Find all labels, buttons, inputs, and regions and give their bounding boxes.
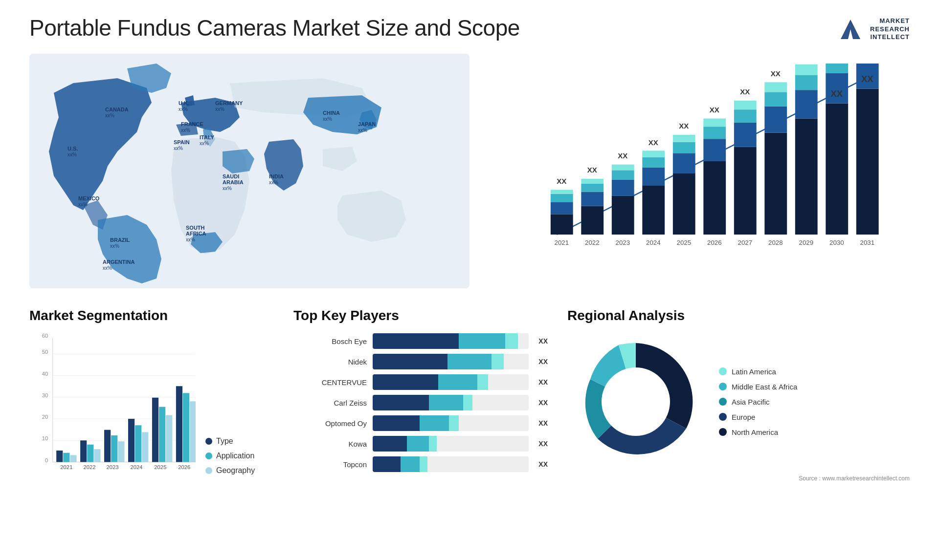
svg-text:ITALY: ITALY xyxy=(200,134,215,140)
player-name: Optomed Oy xyxy=(293,419,367,428)
world-map-svg: CANADA xx% U.S. xx% MEXICO xx% BRAZIL xx… xyxy=(29,54,470,288)
svg-rect-124 xyxy=(111,435,117,462)
svg-rect-53 xyxy=(642,186,665,235)
europe-label: Europe xyxy=(732,413,755,421)
legend-north-america: North America xyxy=(719,428,797,436)
svg-text:JAPAN: JAPAN xyxy=(358,121,376,127)
svg-rect-68 xyxy=(734,147,757,235)
player-name: Bosch Eye xyxy=(293,337,367,345)
svg-rect-74 xyxy=(764,107,787,133)
svg-text:XX: XX xyxy=(648,138,658,147)
segment-legend: Type Application Geography xyxy=(205,437,255,490)
svg-text:xx%: xx% xyxy=(105,113,114,118)
svg-text:2022: 2022 xyxy=(83,464,95,470)
map-container: CANADA xx% U.S. xx% MEXICO xx% BRAZIL xx… xyxy=(29,54,470,288)
svg-rect-135 xyxy=(176,386,182,462)
svg-rect-45 xyxy=(581,184,604,192)
bar-dark xyxy=(373,395,429,410)
svg-rect-83 xyxy=(826,104,848,235)
svg-rect-78 xyxy=(795,119,818,235)
page-container: Portable Fundus Cameras Market Size and … xyxy=(0,0,939,560)
donut-svg xyxy=(567,333,704,470)
svg-rect-44 xyxy=(581,192,604,206)
asia-pacific-label: Asia Pacific xyxy=(732,398,770,406)
player-bar-wrap xyxy=(373,436,529,452)
svg-text:xx%: xx% xyxy=(179,107,188,112)
svg-text:FRANCE: FRANCE xyxy=(181,121,203,127)
svg-rect-71 xyxy=(734,101,757,109)
bottom-section: Market Segmentation 0 10 20 30 40 50 60 xyxy=(29,308,910,542)
player-bar-inner xyxy=(373,333,529,349)
svg-text:30: 30 xyxy=(42,392,48,398)
north-america-dot xyxy=(719,428,727,436)
middle-east-africa-dot xyxy=(719,383,727,390)
header: Portable Fundus Cameras Market Size and … xyxy=(29,15,910,44)
svg-rect-81 xyxy=(795,65,818,75)
application-label: Application xyxy=(216,452,254,460)
player-bar-wrap xyxy=(373,374,529,390)
bar-mid xyxy=(429,395,463,410)
svg-rect-69 xyxy=(734,123,757,147)
svg-text:ARABIA: ARABIA xyxy=(223,179,244,185)
svg-text:BRAZIL: BRAZIL xyxy=(110,237,130,243)
svg-text:xx%: xx% xyxy=(215,107,224,112)
asia-pacific-dot xyxy=(719,398,727,406)
svg-rect-76 xyxy=(764,82,787,92)
player-row: Kowa XX xyxy=(293,436,548,452)
bar-light xyxy=(449,415,458,431)
bar-light xyxy=(463,395,472,410)
legend-type: Type xyxy=(205,437,255,446)
legend-europe: Europe xyxy=(719,413,797,421)
bar-chart-svg: XX XX XX XX xyxy=(499,64,900,259)
svg-text:2024: 2024 xyxy=(646,239,661,246)
svg-text:XX: XX xyxy=(861,74,873,84)
logo-icon xyxy=(836,15,865,44)
bar-dark xyxy=(373,415,420,431)
player-xx: XX xyxy=(538,337,548,345)
bar-light xyxy=(420,456,427,472)
bar-mid xyxy=(420,415,449,431)
type-label: Type xyxy=(216,437,233,446)
svg-rect-60 xyxy=(673,142,695,153)
players-title: Top Key Players xyxy=(293,308,548,323)
svg-rect-86 xyxy=(856,89,879,235)
svg-text:xx%: xx% xyxy=(174,146,183,151)
legend-asia-pacific: Asia Pacific xyxy=(719,398,797,406)
svg-text:2023: 2023 xyxy=(616,239,630,246)
segmentation-section: Market Segmentation 0 10 20 30 40 50 60 xyxy=(29,308,274,542)
svg-text:CHINA: CHINA xyxy=(323,110,340,116)
bar-chart-container: XX XX XX XX xyxy=(489,54,910,288)
top-section: CANADA xx% U.S. xx% MEXICO xx% BRAZIL xx… xyxy=(29,54,910,288)
svg-rect-61 xyxy=(673,135,695,142)
player-xx: XX xyxy=(538,358,548,366)
svg-rect-121 xyxy=(94,449,100,462)
player-row: Nidek XX xyxy=(293,354,548,369)
svg-text:2023: 2023 xyxy=(106,464,118,470)
svg-rect-58 xyxy=(673,173,695,235)
regional-legend: Latin America Middle East & Africa Asia … xyxy=(719,367,797,436)
svg-rect-64 xyxy=(703,139,726,161)
svg-rect-43 xyxy=(581,206,604,235)
player-xx: XX xyxy=(538,419,548,427)
player-bar-wrap xyxy=(373,333,529,349)
svg-rect-48 xyxy=(612,196,634,235)
svg-rect-120 xyxy=(87,445,93,462)
segmentation-chart-area: 0 10 20 30 40 50 60 xyxy=(29,333,274,490)
svg-rect-128 xyxy=(135,425,141,462)
source-text: Source : www.marketresearchintellect.com xyxy=(567,475,910,482)
svg-text:U.K.: U.K. xyxy=(179,100,189,106)
svg-text:SOUTH: SOUTH xyxy=(186,225,205,231)
svg-text:2024: 2024 xyxy=(130,464,142,470)
svg-rect-73 xyxy=(764,133,787,235)
svg-rect-51 xyxy=(612,165,634,171)
svg-text:2022: 2022 xyxy=(585,239,600,246)
bar-mid xyxy=(447,354,491,369)
svg-text:xx%: xx% xyxy=(358,128,367,133)
svg-text:XX: XX xyxy=(557,177,566,185)
svg-text:ARGENTINA: ARGENTINA xyxy=(103,259,134,265)
player-name: Kowa xyxy=(293,440,367,448)
svg-text:xx%: xx% xyxy=(186,237,195,242)
svg-rect-54 xyxy=(642,168,665,186)
regional-title: Regional Analysis xyxy=(567,308,910,323)
svg-rect-39 xyxy=(551,202,573,214)
